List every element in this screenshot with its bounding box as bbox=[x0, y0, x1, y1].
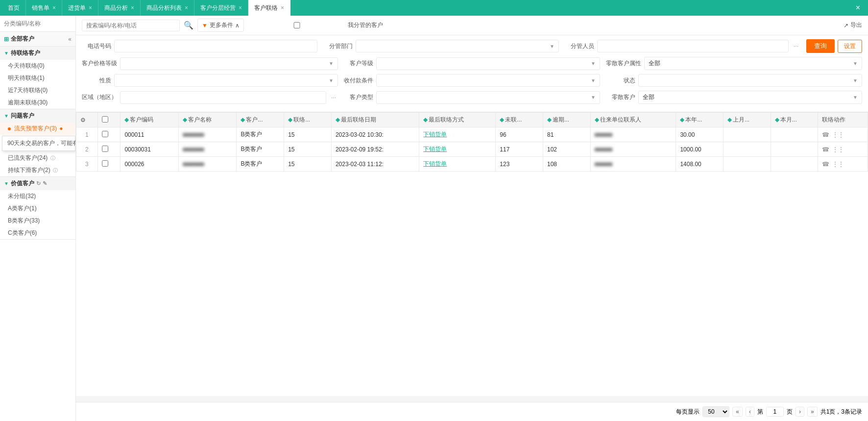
sidebar-item-churn-warning[interactable]: 流失预警客户(3) ● bbox=[0, 123, 75, 135]
grid-icon: ⊞ bbox=[4, 36, 9, 43]
sidebar: 🔍 ⊞ 全部客户 « ▼ 待联络客户 今天待联络(0) 明天待联络(1) 近7天… bbox=[0, 16, 76, 421]
contact-icon[interactable]: ☎ bbox=[822, 131, 829, 138]
refresh-icon[interactable]: ↻ bbox=[36, 180, 41, 187]
row-actions[interactable]: ☎ ⋮⋮ bbox=[818, 157, 868, 172]
sidebar-item-overdue[interactable]: 逾期未联络(30) bbox=[0, 97, 75, 109]
last-page-btn[interactable]: » bbox=[807, 407, 818, 417]
more-conditions-btn[interactable]: ▼ 更多条件 ∧ bbox=[197, 19, 244, 32]
customer-level-select[interactable]: ▼ bbox=[376, 57, 600, 70]
next-page-btn[interactable]: › bbox=[796, 407, 804, 417]
th-type[interactable]: ◆客户... bbox=[237, 113, 284, 127]
sidebar-all-customers[interactable]: ⊞ 全部客户 « bbox=[0, 32, 75, 47]
close-icon[interactable]: × bbox=[131, 4, 134, 11]
th-checkbox[interactable] bbox=[97, 113, 121, 127]
row-checkbox[interactable] bbox=[97, 142, 121, 157]
close-icon[interactable]: × bbox=[89, 4, 92, 11]
table-row: 1 000011 ■■■■■■ B类客户 15 2023-03-02 10:30… bbox=[76, 127, 868, 142]
th-overdue[interactable]: ◆逾期... bbox=[543, 113, 591, 127]
sidebar-item-7days[interactable]: 近7天待联络(0) bbox=[0, 84, 75, 97]
close-icon[interactable]: × bbox=[239, 4, 242, 11]
row-actions[interactable]: ☎ ⋮⋮ bbox=[818, 142, 868, 157]
th-last-date[interactable]: ◆最后联络日期 bbox=[331, 113, 419, 127]
close-icon[interactable]: × bbox=[281, 4, 284, 11]
filter-bar: 🔍 ▼ 更多条件 ∧ 我分管的客户 ↗ 导出 bbox=[76, 16, 868, 35]
search-button[interactable]: 🔍 bbox=[184, 21, 193, 30]
row-last-method[interactable]: 下销货单 bbox=[419, 127, 496, 142]
row-name: ■■■■■■ bbox=[178, 127, 237, 142]
th-contact[interactable]: ◆联络... bbox=[284, 113, 332, 127]
th-unlinked[interactable]: ◆未联... bbox=[496, 113, 543, 127]
prev-page-btn[interactable]: ‹ bbox=[746, 407, 754, 417]
close-icon[interactable]: × bbox=[52, 4, 56, 11]
horizontal-scrollbar[interactable] bbox=[76, 396, 868, 402]
query-button[interactable]: 查询 bbox=[806, 39, 835, 53]
manager-input[interactable] bbox=[597, 40, 789, 52]
tab-customer-link[interactable]: 客户联络 × bbox=[248, 0, 290, 16]
sidebar-section-value-header[interactable]: ▼ 价值客户 ↻ ✎ bbox=[0, 177, 75, 190]
window-close-btn[interactable]: × bbox=[850, 3, 866, 12]
row-type: B类客户 bbox=[237, 142, 284, 157]
row-last-method[interactable]: 下销货单 bbox=[419, 157, 496, 172]
row-num: 2 bbox=[76, 142, 98, 157]
row-last-method[interactable]: 下销货单 bbox=[419, 142, 496, 157]
my-customers-check[interactable] bbox=[248, 22, 346, 28]
sidebar-item-declining[interactable]: 持续下滑客户(2) ⓘ bbox=[0, 164, 75, 176]
phone-input[interactable] bbox=[114, 40, 317, 52]
filter-region: 区域（地区） ··· bbox=[82, 91, 338, 104]
th-settings[interactable]: ⚙ bbox=[76, 113, 98, 127]
sidebar-item-class-c[interactable]: C类客户(6) bbox=[0, 227, 75, 239]
contact-icon[interactable]: ☎ bbox=[822, 146, 829, 153]
th-code[interactable]: ◆客户编码 bbox=[121, 113, 179, 127]
sidebar-search-input[interactable] bbox=[4, 20, 76, 27]
row-checkbox[interactable] bbox=[97, 157, 121, 172]
th-this-month[interactable]: ◆本月... bbox=[771, 113, 818, 127]
more-icon[interactable]: ⋮⋮ bbox=[832, 161, 844, 168]
page-input[interactable] bbox=[766, 407, 784, 417]
export-button[interactable]: ↗ 导出 bbox=[844, 21, 862, 29]
gear-icon: ⚙ bbox=[80, 117, 86, 124]
row-actions[interactable]: ☎ ⋮⋮ bbox=[818, 127, 868, 142]
tab-purchase[interactable]: 进货单 × bbox=[62, 0, 98, 16]
close-icon[interactable]: × bbox=[185, 4, 188, 11]
th-name[interactable]: ◆客户名称 bbox=[178, 113, 237, 127]
th-last-method[interactable]: ◆最后联络方式 bbox=[419, 113, 496, 127]
more-icon[interactable]: ⋮⋮ bbox=[832, 146, 844, 153]
tab-product-list[interactable]: 商品分析列表 × bbox=[141, 0, 194, 16]
status-select[interactable]: ▼ bbox=[638, 74, 862, 87]
tab-customer-layer[interactable]: 客户分层经营 × bbox=[194, 0, 248, 16]
settings-button[interactable]: 设置 bbox=[838, 40, 862, 53]
th-rel-contact[interactable]: ◆往来单位联系人 bbox=[590, 113, 676, 127]
region-input[interactable] bbox=[120, 91, 326, 104]
price-level-select[interactable]: ▼ bbox=[120, 57, 338, 70]
dept-select[interactable]: ▼ bbox=[356, 40, 559, 52]
select-all-checkbox[interactable] bbox=[102, 116, 108, 123]
sidebar-item-tomorrow[interactable]: 明天待联络(1) bbox=[0, 72, 75, 84]
more-icon[interactable]: ⋮⋮ bbox=[832, 131, 844, 138]
sidebar-item-churned[interactable]: 已流失客户(24) ⓘ bbox=[0, 152, 75, 164]
sidebar-item-today[interactable]: 今天待联络(0) bbox=[0, 60, 75, 72]
th-last-month[interactable]: ◆上月... bbox=[723, 113, 771, 127]
th-this-year[interactable]: ◆本年... bbox=[676, 113, 723, 127]
sidebar-section-problem-header[interactable]: ▼ 问题客户 bbox=[0, 109, 75, 123]
contact-icon[interactable]: ☎ bbox=[822, 161, 829, 168]
dots-icon[interactable]: ··· bbox=[329, 94, 338, 101]
first-page-btn[interactable]: « bbox=[732, 407, 743, 417]
sidebar-item-ungroup[interactable]: 未分组(32) bbox=[0, 190, 75, 202]
tab-home[interactable]: 首页 bbox=[2, 0, 26, 16]
page-size-select[interactable]: 50 10 20 100 bbox=[702, 406, 729, 417]
zero-retail-select[interactable]: 全部 ▼ bbox=[638, 91, 862, 104]
payment-select[interactable]: ▼ bbox=[376, 74, 600, 87]
tab-sales[interactable]: 销售单 × bbox=[26, 0, 62, 16]
edit-icon[interactable]: ✎ bbox=[43, 180, 47, 187]
row-checkbox[interactable] bbox=[97, 127, 121, 142]
sidebar-section-pending-header[interactable]: ▼ 待联络客户 bbox=[0, 47, 75, 60]
customer-type-select[interactable]: ▼ bbox=[376, 91, 600, 104]
search-input[interactable] bbox=[82, 20, 180, 31]
sidebar-item-class-b[interactable]: B类客户(33) bbox=[0, 215, 75, 227]
sidebar-item-class-a[interactable]: A类客户(1) bbox=[0, 202, 75, 215]
zero-attr-select[interactable]: 全部 ▼ bbox=[644, 57, 862, 70]
dots-icon[interactable]: ··· bbox=[792, 43, 800, 50]
my-customers-checkbox[interactable]: 我分管的客户 bbox=[248, 21, 383, 29]
gender-select[interactable]: ▼ bbox=[114, 74, 338, 87]
tab-product-analysis[interactable]: 商品分析 × bbox=[98, 0, 141, 16]
